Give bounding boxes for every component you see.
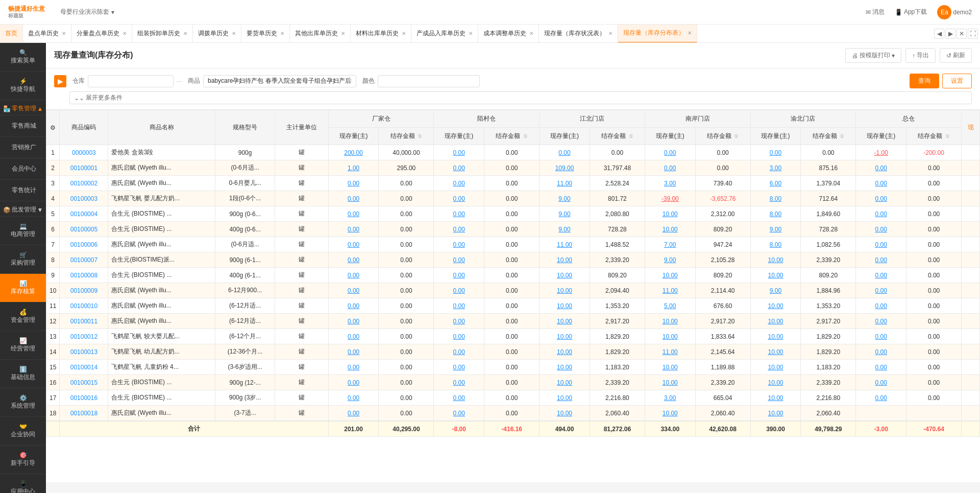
nanan-qty[interactable]: 3.00 <box>645 390 695 406</box>
tab-close-icon[interactable]: ✕ <box>402 31 406 36</box>
yubei-qty[interactable]: 10.00 <box>750 360 801 375</box>
tab-close-icon[interactable]: ✕ <box>529 31 533 36</box>
row-code[interactable]: 00100005 <box>60 222 108 237</box>
total-qty[interactable]: 0.00 <box>856 268 906 283</box>
mocun-qty[interactable]: 0.00 <box>434 344 484 360</box>
row-code[interactable]: 00100013 <box>60 344 108 360</box>
tab-t6[interactable]: 其他出库单历史✕ <box>290 25 351 43</box>
factory-qty[interactable]: 0.00 <box>328 252 379 268</box>
nanan-qty[interactable]: 11.00 <box>645 283 695 298</box>
mocun-qty[interactable]: 0.00 <box>434 314 484 329</box>
mocun-qty[interactable]: 0.00 <box>434 390 484 406</box>
jiangbei-qty[interactable]: 11.00 <box>540 176 590 191</box>
total-qty[interactable]: 0.00 <box>856 283 906 298</box>
row-code[interactable]: 00100014 <box>60 360 108 375</box>
tab-t1[interactable]: 盘点单历史✕ <box>23 25 71 43</box>
yubei-qty[interactable]: 6.00 <box>750 176 801 191</box>
row-code[interactable]: 00100006 <box>60 237 108 252</box>
tab-t9[interactable]: 成本调整单历史✕ <box>478 25 539 43</box>
row-code[interactable]: 00100015 <box>60 375 108 390</box>
factory-qty[interactable]: 0.00 <box>328 206 379 222</box>
mocun-qty[interactable]: 0.00 <box>434 360 484 375</box>
sidebar-item-guide[interactable]: 🎯新手引导 <box>0 445 46 474</box>
sidebar-item-ecommerce[interactable]: 💻电商管理 <box>0 217 46 245</box>
yubei-qty[interactable]: 10.00 <box>750 344 801 360</box>
nanan-qty[interactable]: 10.00 <box>645 314 695 329</box>
sidebar-item-nav[interactable]: ⚡快捷导航 <box>0 72 46 100</box>
nanan-qty[interactable]: 10.00 <box>645 268 695 283</box>
factory-qty[interactable]: 0.00 <box>328 222 379 237</box>
sidebar-item-marketing[interactable]: 营销推广 <box>0 137 46 158</box>
tab-close-icon[interactable]: ✕ <box>688 30 692 36</box>
row-code[interactable]: 00100003 <box>60 191 108 206</box>
yubei-qty[interactable]: 10.00 <box>750 375 801 390</box>
yubei-qty[interactable]: 10.00 <box>750 390 801 406</box>
row-code[interactable]: 00100001 <box>60 160 108 176</box>
total-qty[interactable]: 0.00 <box>856 206 906 222</box>
row-code[interactable]: 00100011 <box>60 314 108 329</box>
refresh-btn[interactable]: ↺ 刷新 <box>940 48 972 63</box>
user-area[interactable]: Ea demo2 <box>937 5 972 19</box>
mocun-qty[interactable]: 0.00 <box>434 252 484 268</box>
tab-close-icon[interactable]: ✕ <box>183 31 187 36</box>
jiangbei-qty[interactable]: 109.00 <box>540 160 590 176</box>
factory-qty[interactable]: 0.00 <box>328 406 379 421</box>
row-code[interactable]: 00100018 <box>60 406 108 421</box>
tab-t2[interactable]: 分量盘点单历史✕ <box>71 25 132 43</box>
row-code[interactable]: 00100009 <box>60 283 108 298</box>
jiangbei-qty[interactable]: 10.00 <box>540 375 590 390</box>
warehouse-more-btn[interactable]: ··· <box>177 78 182 85</box>
yubei-qty[interactable]: 10.00 <box>750 252 801 268</box>
row-code[interactable]: 0000003 <box>60 145 108 160</box>
query-btn[interactable]: 查询 <box>910 74 939 88</box>
mocun-qty[interactable]: 0.00 <box>434 268 484 283</box>
total-qty[interactable]: 0.00 <box>856 390 906 406</box>
jiangbei-qty[interactable]: 9.00 <box>540 206 590 222</box>
tab-t11[interactable]: 现存量（库存分布表）✕ <box>618 25 697 43</box>
yubei-qty[interactable]: 10.00 <box>750 314 801 329</box>
product-input[interactable] <box>203 75 356 87</box>
total-qty[interactable]: 0.00 <box>856 252 906 268</box>
jiangbei-qty[interactable]: 10.00 <box>540 298 590 314</box>
sidebar-item-basic[interactable]: ℹ️基础信息 <box>0 360 46 388</box>
mocun-qty[interactable]: 0.00 <box>434 176 484 191</box>
sidebar-item-finance[interactable]: 💰资金管理 <box>0 302 46 331</box>
yubei-qty[interactable]: 0.00 <box>750 145 801 160</box>
tab-next-btn[interactable]: ▶ <box>945 29 955 39</box>
nanan-qty[interactable]: 10.00 <box>645 375 695 390</box>
jiangbei-qty[interactable]: 9.00 <box>540 222 590 237</box>
total-qty[interactable]: 0.00 <box>856 329 906 344</box>
jiangbei-qty[interactable]: 10.00 <box>540 252 590 268</box>
tab-t8[interactable]: 产成品入库单历史✕ <box>411 25 478 43</box>
factory-qty[interactable]: 0.00 <box>328 268 379 283</box>
mocun-qty[interactable]: 0.00 <box>434 329 484 344</box>
tab-t3[interactable]: 组装拆卸单历史✕ <box>132 25 193 43</box>
nanan-qty[interactable]: 3.00 <box>645 176 695 191</box>
nanan-qty[interactable]: -39.00 <box>645 191 695 206</box>
nanan-qty[interactable]: 10.00 <box>645 206 695 222</box>
jiangbei-qty[interactable]: 10.00 <box>540 390 590 406</box>
sidebar-section-retail[interactable]: 🏪零售管理▲ <box>0 100 46 115</box>
factory-qty[interactable]: 0.00 <box>328 344 379 360</box>
print-btn[interactable]: 🖨 按模版打印 ▾ <box>845 48 901 63</box>
jiangbei-qty[interactable]: 11.00 <box>540 237 590 252</box>
sidebar-item-app-center[interactable]: 📱应用中心 <box>0 474 46 493</box>
factory-qty[interactable]: 0.00 <box>328 298 379 314</box>
jiangbei-qty[interactable]: 0.00 <box>540 145 590 160</box>
row-code[interactable]: 00100004 <box>60 206 108 222</box>
table-container[interactable]: ⚙ 商品编码 商品名称 规格型号 主计量单位 厂家仓 陌村仓 江北门店 南岸门店… <box>46 110 980 482</box>
total-qty[interactable]: 0.00 <box>856 360 906 375</box>
total-qty[interactable]: 0.00 <box>856 298 906 314</box>
app-download-btn[interactable]: 📱 App下载 <box>895 8 927 16</box>
biz-selector[interactable]: 母婴行业演示陈套 ▾ <box>60 8 114 16</box>
yubei-qty[interactable]: 10.00 <box>750 329 801 344</box>
factory-qty[interactable]: 0.00 <box>328 329 379 344</box>
mocun-qty[interactable]: 0.00 <box>434 222 484 237</box>
tab-t10[interactable]: 现存量（库存状况表）✕ <box>539 25 618 43</box>
tab-close-icon[interactable]: ✕ <box>280 31 284 36</box>
factory-qty[interactable]: 0.00 <box>328 237 379 252</box>
row-code[interactable]: 00100012 <box>60 329 108 344</box>
row-code[interactable]: 00100008 <box>60 268 108 283</box>
jiangbei-qty[interactable]: 10.00 <box>540 344 590 360</box>
factory-qty[interactable]: 0.00 <box>328 375 379 390</box>
